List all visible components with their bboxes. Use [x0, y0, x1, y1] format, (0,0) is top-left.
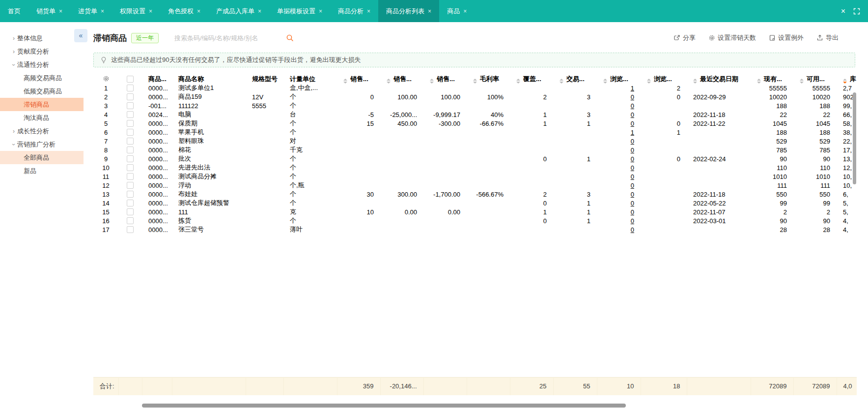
sidebar-item[interactable]: 淘汰商品 — [0, 111, 84, 124]
nav-tab[interactable]: 权限设置× — [112, 0, 160, 22]
sidebar-item[interactable]: ›流通性分析 — [0, 58, 84, 71]
views-link[interactable]: 0 — [631, 120, 634, 127]
nav-tab[interactable]: 首页 — [0, 0, 28, 22]
share-button[interactable]: 分享 — [673, 33, 696, 42]
nav-tab[interactable]: 单据模板设置× — [269, 0, 330, 22]
tab-close-icon[interactable]: × — [367, 8, 370, 15]
views-link[interactable]: 0 — [631, 146, 634, 154]
header-cell-on-hand[interactable]: 现有... — [751, 75, 793, 84]
sort-carets-icon[interactable] — [343, 79, 347, 84]
nav-tab[interactable]: 销货单× — [28, 0, 70, 22]
sidebar-item[interactable]: ›成长性分析 — [0, 124, 84, 138]
views-link[interactable]: 0 — [631, 226, 634, 233]
row-checkbox[interactable] — [127, 102, 134, 109]
nav-tab[interactable]: 产成品入库单× — [208, 0, 269, 22]
row-checkbox[interactable] — [127, 200, 134, 206]
select-all-checkbox[interactable] — [127, 76, 134, 83]
tab-close-icon[interactable]: × — [319, 8, 322, 15]
header-cell-sale-qty[interactable]: 销售... — [337, 75, 380, 84]
column-settings-gear-icon[interactable] — [93, 75, 118, 84]
views-link[interactable]: 1 — [631, 129, 634, 136]
row-checkbox[interactable] — [127, 164, 134, 171]
sort-carets-icon[interactable] — [757, 79, 761, 84]
row-checkbox[interactable] — [127, 138, 134, 145]
tab-close-icon[interactable]: × — [463, 8, 467, 15]
tab-close-icon[interactable]: × — [149, 8, 152, 15]
header-cell-trades[interactable]: 交易... — [553, 75, 597, 84]
views-link[interactable]: 0 — [631, 111, 634, 118]
set-stagnant-days-button[interactable]: 设置滞销天数 — [708, 33, 756, 42]
sort-carets-icon[interactable] — [387, 79, 391, 84]
sort-carets-icon[interactable] — [603, 79, 607, 84]
sort-carets-icon[interactable] — [843, 79, 847, 84]
search-icon[interactable] — [286, 34, 294, 42]
sidebar-item[interactable]: 滞销商品 — [0, 98, 84, 111]
sidebar-collapse-button[interactable]: « — [74, 29, 87, 42]
export-button[interactable]: 导出 — [816, 33, 839, 42]
sort-carets-icon[interactable] — [473, 79, 477, 84]
set-exception-button[interactable]: 设置例外 — [769, 33, 804, 42]
row-checkbox[interactable] — [127, 146, 134, 153]
header-cell-views[interactable]: 浏览... — [597, 75, 641, 84]
header-cell-visitors[interactable]: 浏览... — [641, 75, 687, 84]
views-link[interactable]: 0 — [631, 102, 634, 110]
header-cell-margin[interactable]: 毛利率 — [467, 75, 510, 84]
views-link[interactable]: 0 — [631, 200, 634, 207]
nav-tab[interactable]: 商品× — [439, 0, 475, 22]
sidebar-item[interactable]: 高频交易商品 — [0, 71, 84, 85]
row-checkbox[interactable] — [127, 191, 134, 198]
sidebar-item[interactable]: ›贡献度分析 — [0, 45, 84, 58]
views-link[interactable]: 0 — [631, 208, 634, 216]
row-checkbox[interactable] — [127, 155, 134, 162]
search-input[interactable] — [173, 34, 284, 42]
row-checkbox[interactable] — [127, 120, 134, 127]
header-cell-available[interactable]: 可用... — [793, 75, 837, 84]
sort-carets-icon[interactable] — [693, 79, 697, 84]
vertical-scrollbar[interactable] — [853, 92, 856, 184]
tab-close-icon[interactable]: × — [428, 8, 431, 15]
nav-tab[interactable]: 进货单× — [70, 0, 112, 22]
views-link[interactable]: 1 — [631, 85, 634, 92]
views-link[interactable]: 0 — [631, 217, 634, 225]
nav-tab[interactable]: 商品分析× — [330, 0, 378, 22]
row-checkbox[interactable] — [127, 93, 134, 100]
header-cell-sale-profit[interactable]: 销售... — [423, 75, 467, 84]
row-checkbox[interactable] — [127, 111, 134, 118]
tab-close-icon[interactable]: × — [258, 8, 261, 15]
row-checkbox[interactable] — [127, 208, 134, 215]
views-link[interactable]: 0 — [631, 155, 634, 163]
sidebar-item[interactable]: 全部商品 — [0, 151, 84, 164]
sidebar-item[interactable]: 低频交易商品 — [0, 85, 84, 98]
sort-carets-icon[interactable] — [560, 79, 563, 84]
header-cell-inventory-value[interactable]: 库 — [837, 75, 857, 84]
nav-tab[interactable]: 商品分析列表× — [378, 0, 439, 22]
sort-carets-icon[interactable] — [430, 79, 434, 84]
views-link[interactable]: 0 — [631, 164, 634, 172]
sidebar-item[interactable]: ›营销推广分析 — [0, 138, 84, 151]
sort-carets-icon[interactable] — [647, 79, 651, 84]
tab-close-icon[interactable]: × — [59, 8, 62, 15]
nav-tab[interactable]: 角色授权× — [160, 0, 208, 22]
tab-close-icon[interactable]: × — [101, 8, 104, 15]
views-link[interactable]: 0 — [631, 191, 634, 198]
period-tag[interactable]: 近一年 — [131, 33, 159, 43]
row-checkbox[interactable] — [127, 226, 134, 233]
horizontal-scrollbar[interactable] — [142, 404, 626, 408]
row-checkbox[interactable] — [127, 85, 134, 91]
sidebar-item[interactable]: 新品 — [0, 164, 84, 177]
row-checkbox[interactable] — [127, 217, 134, 224]
views-link[interactable]: 0 — [631, 182, 634, 189]
row-checkbox[interactable] — [127, 173, 134, 180]
tab-close-icon[interactable]: × — [197, 8, 200, 15]
views-link[interactable]: 0 — [631, 93, 634, 101]
views-link[interactable]: 0 — [631, 173, 634, 180]
fullscreen-icon[interactable] — [853, 8, 860, 15]
header-cell-last-trade-date[interactable]: 最近交易日期 — [687, 75, 751, 84]
header-cell-coverage[interactable]: 覆盖... — [510, 75, 553, 84]
views-link[interactable]: 0 — [631, 138, 634, 145]
sort-carets-icon[interactable] — [516, 79, 520, 84]
row-checkbox[interactable] — [127, 129, 134, 136]
row-checkbox[interactable] — [127, 182, 134, 189]
close-icon[interactable]: × — [841, 7, 845, 15]
sidebar-item[interactable]: ›整体信息 — [0, 31, 84, 45]
